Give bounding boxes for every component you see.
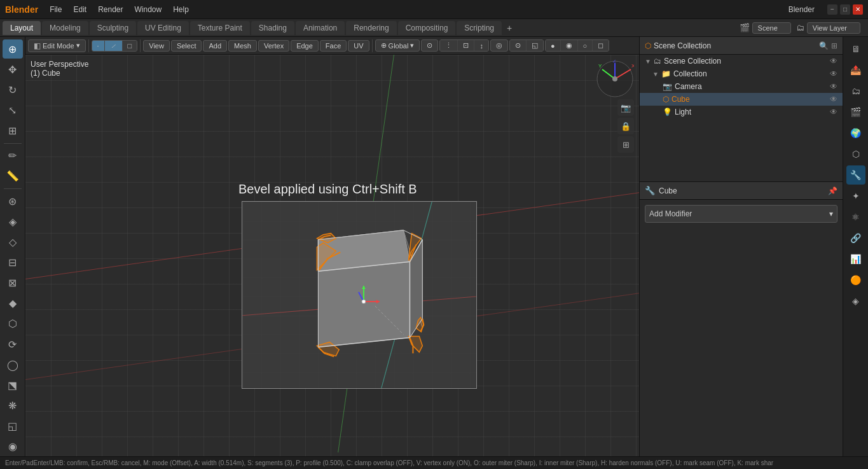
add-menu[interactable]: Add xyxy=(203,40,227,52)
vertex-menu[interactable]: Vertex xyxy=(258,40,289,52)
tab-scripting[interactable]: Scripting xyxy=(457,21,502,35)
tab-uv-editing[interactable]: UV Editing xyxy=(137,21,189,35)
proportional-edit[interactable]: ◎ xyxy=(490,39,508,52)
tool-cursor[interactable]: ⊕ xyxy=(3,39,23,59)
tool-offset-edge[interactable]: ⊠ xyxy=(3,274,23,293)
collection-visibility[interactable]: 👁 xyxy=(830,69,837,78)
close-button[interactable]: ✕ xyxy=(853,4,863,15)
tab-rendering[interactable]: Rendering xyxy=(346,21,396,35)
tool-knife[interactable]: ◆ xyxy=(3,294,23,313)
tab-layout[interactable]: Layout xyxy=(3,21,41,35)
scene-selector[interactable]: Scene xyxy=(752,22,791,34)
tool-measure[interactable]: 📏 xyxy=(3,167,23,186)
prop-world[interactable]: 🌍 xyxy=(846,123,865,143)
add-workspace-button[interactable]: + xyxy=(503,22,516,34)
snap-btn[interactable]: ⋮ xyxy=(440,40,458,51)
tool-annotate[interactable]: ✏ xyxy=(3,146,23,165)
tool-loop-cut[interactable]: ⊟ xyxy=(3,253,23,272)
outliner-camera[interactable]: 📷 Camera 👁 xyxy=(640,80,843,93)
solid-shading[interactable]: ● xyxy=(546,40,561,51)
rendered-shading[interactable]: ○ xyxy=(578,40,593,51)
xray-btn[interactable]: ◱ xyxy=(527,40,543,51)
tool-rotate[interactable]: ↻ xyxy=(3,80,23,99)
snap-options-btn[interactable]: ↕ xyxy=(474,40,488,51)
flip-view-btn[interactable]: ⊞ xyxy=(617,136,634,153)
edge-menu[interactable]: Edge xyxy=(291,40,319,52)
minimize-button[interactable]: − xyxy=(827,4,837,15)
prop-constraints[interactable]: 🔗 xyxy=(846,228,865,248)
tab-shading[interactable]: Shading xyxy=(251,21,294,35)
pivot-point[interactable]: ⊙ xyxy=(421,39,438,52)
prop-physics[interactable]: ⚛ xyxy=(846,207,865,227)
tab-modeling[interactable]: Modeling xyxy=(42,21,88,35)
tool-spin[interactable]: ⟳ xyxy=(3,335,23,354)
toolbar-separator-2 xyxy=(4,188,22,189)
outliner-light[interactable]: 💡 Light 👁 xyxy=(640,106,843,118)
transform-orientation[interactable]: ⊕ Global ▾ xyxy=(375,39,420,52)
tool-move[interactable]: ✥ xyxy=(3,60,23,79)
tab-animation[interactable]: Animation xyxy=(296,21,345,35)
prop-scene[interactable]: 🎬 xyxy=(846,102,865,122)
material-preview[interactable]: ◉ xyxy=(561,40,578,51)
outliner-collection[interactable]: ▼ 📁 Collection 👁 xyxy=(640,67,843,80)
edge-display-btn[interactable]: ⟋ xyxy=(105,41,123,51)
menu-help[interactable]: Help xyxy=(168,4,194,15)
cube-visibility[interactable]: 👁 xyxy=(830,95,837,104)
overlay-btn[interactable]: ⊙ xyxy=(510,40,527,51)
outliner-filter[interactable]: ⊞ xyxy=(831,41,837,50)
prop-object[interactable]: ⬡ xyxy=(846,144,865,164)
select-menu[interactable]: Select xyxy=(171,40,202,52)
menu-file[interactable]: File xyxy=(45,4,67,15)
vertex-display-btn[interactable]: · xyxy=(92,41,105,51)
maximize-button[interactable]: □ xyxy=(840,4,850,15)
outliner-search[interactable]: 🔍 xyxy=(819,41,829,50)
tool-inset[interactable]: ◈ xyxy=(3,212,23,231)
tool-smooth[interactable]: ◯ xyxy=(3,355,23,374)
mode-selector[interactable]: ◧ Edit Mode ▾ xyxy=(28,39,86,52)
prop-modifier[interactable]: 🔧 xyxy=(846,165,865,185)
viewport-area[interactable]: User Perspective (1) Cube Bevel applied … xyxy=(25,55,639,456)
menu-window[interactable]: Window xyxy=(130,4,167,15)
view-layer-selector[interactable]: View Layer xyxy=(807,22,860,34)
menu-render[interactable]: Render xyxy=(93,4,128,15)
add-modifier-button[interactable]: Add Modifier ▾ xyxy=(645,205,837,223)
snap-type-btn[interactable]: ⊡ xyxy=(458,40,474,51)
tab-sculpting[interactable]: Sculpting xyxy=(90,21,136,35)
tool-bevel[interactable]: ◇ xyxy=(3,232,23,251)
outliner-cube[interactable]: ⬡ Cube 👁 xyxy=(640,93,843,106)
wireframe-shading[interactable]: ◻ xyxy=(593,40,609,51)
face-display-btn[interactable]: □ xyxy=(123,41,137,51)
tool-extrude[interactable]: ⊛ xyxy=(3,192,23,211)
uv-menu[interactable]: UV xyxy=(348,40,369,52)
face-menu[interactable]: Face xyxy=(320,40,347,52)
prop-material[interactable]: 🟠 xyxy=(846,270,865,290)
tool-transform[interactable]: ⊞ xyxy=(3,122,23,141)
window-title: Blender xyxy=(789,5,815,14)
tool-shear[interactable]: ◱ xyxy=(3,417,23,436)
camera-view-btn[interactable]: 📷 xyxy=(617,99,634,116)
pin-icon[interactable]: 📌 xyxy=(828,186,837,195)
camera-visibility[interactable]: 👁 xyxy=(830,82,837,91)
tool-shrink-fatten[interactable]: ❋ xyxy=(3,396,23,416)
tool-edge-slide[interactable]: ⬔ xyxy=(3,375,23,395)
prop-render[interactable]: 🖥 xyxy=(846,39,865,59)
light-visibility[interactable]: 👁 xyxy=(830,108,837,116)
axis-widget[interactable]: X Y Z xyxy=(596,60,634,98)
prop-particles[interactable]: ✦ xyxy=(846,186,865,206)
tool-to-sphere[interactable]: ◉ xyxy=(3,437,23,456)
tab-compositing[interactable]: Compositing xyxy=(398,21,456,35)
tool-scale[interactable]: ⤡ xyxy=(3,101,23,120)
menu-edit[interactable]: Edit xyxy=(68,4,92,15)
tool-poly-build[interactable]: ⬡ xyxy=(3,314,23,333)
mesh-menu[interactable]: Mesh xyxy=(228,40,257,52)
outliner-scene-collection[interactable]: ▼ 🗂 Scene Collection 👁 xyxy=(640,55,843,67)
prop-view-layer[interactable]: 🗂 xyxy=(846,81,865,101)
tab-texture-paint[interactable]: Texture Paint xyxy=(190,21,250,35)
lock-camera-btn[interactable]: 🔒 xyxy=(617,118,634,134)
prop-shader[interactable]: ◈ xyxy=(846,291,865,311)
view-menu[interactable]: View xyxy=(143,40,170,52)
prop-output[interactable]: 📤 xyxy=(846,60,865,80)
prop-data[interactable]: 📊 xyxy=(846,249,865,269)
viewport-header: ◧ Edit Mode ▾ · ⟋ □ View Select Add Mesh… xyxy=(25,37,639,55)
scene-collection-visibility[interactable]: 👁 xyxy=(830,57,837,66)
